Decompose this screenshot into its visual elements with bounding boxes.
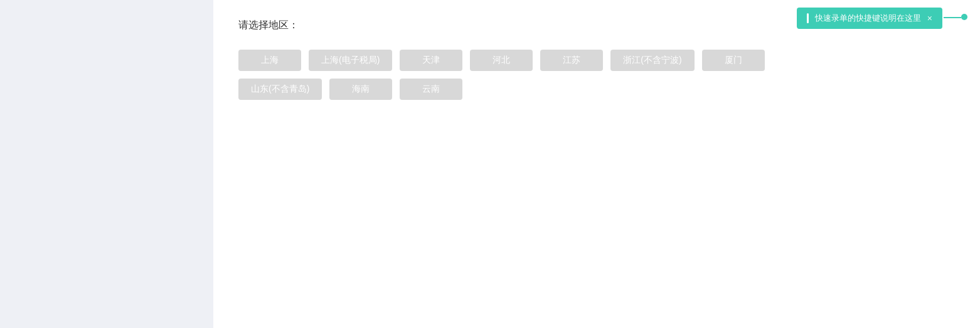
tooltip-dot (961, 14, 967, 20)
tooltip-connector-line (944, 17, 961, 18)
region-btn-shanghai-etax[interactable]: 上海(电子税局) (309, 50, 392, 71)
region-btn-tianjin[interactable]: 天津 (400, 50, 462, 71)
sidebar (0, 0, 213, 328)
tooltip-text: 快速录单的快捷键说明在这里 (815, 13, 921, 24)
region-btn-xiamen[interactable]: 厦门 (702, 50, 765, 71)
main-content: 请选择地区： 上海 上海(电子税局) 天津 河北 江苏 浙江(不含宁波) 厦门 … (213, 0, 980, 328)
region-btn-jiangsu[interactable]: 江苏 (540, 50, 603, 71)
close-icon[interactable]: × (927, 14, 932, 23)
region-btn-zhejiang[interactable]: 浙江(不含宁波) (610, 50, 694, 71)
region-buttons-row1: 上海 上海(电子税局) 天津 河北 江苏 浙江(不含宁波) 厦门 (238, 50, 955, 71)
region-btn-hebei[interactable]: 河北 (470, 50, 533, 71)
region-btn-yunnan[interactable]: 云南 (400, 79, 462, 100)
region-btn-hainan[interactable]: 海南 (329, 79, 392, 100)
region-btn-shanghai[interactable]: 上海 (238, 50, 301, 71)
region-buttons-row2: 山东(不含青岛) 海南 云南 (238, 79, 955, 100)
tooltip-banner: 快速录单的快捷键说明在这里 × (797, 8, 942, 29)
region-btn-shandong[interactable]: 山东(不含青岛) (238, 79, 322, 100)
tooltip-bar (807, 13, 809, 23)
